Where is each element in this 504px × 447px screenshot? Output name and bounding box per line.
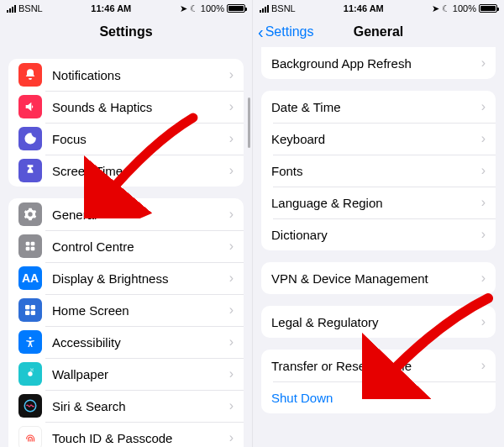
row-legal-regulatory[interactable]: Legal & Regulatory › [261, 306, 496, 338]
do-not-disturb-icon: ☾ [442, 3, 450, 14]
chevron-right-icon: › [229, 67, 234, 82]
svg-rect-7 [31, 311, 35, 315]
chevron-right-icon: › [229, 163, 234, 178]
battery-icon [227, 4, 245, 13]
row-sounds-haptics[interactable]: Sounds & Haptics › [8, 91, 244, 123]
chevron-right-icon: › [229, 131, 234, 146]
right-screenshot: BSNL 11:46 AM ➤ ☾ 100% ‹ Settings Genera… [252, 0, 504, 447]
location-icon: ➤ [432, 3, 439, 14]
battery-icon [479, 4, 497, 13]
svg-point-9 [28, 371, 32, 376]
notifications-icon [18, 63, 42, 87]
status-bar: BSNL 11:46 AM ➤ ☾ 100% [0, 0, 252, 17]
row-background-app-refresh[interactable]: Background App Refresh › [261, 47, 496, 79]
touch-id-icon [18, 426, 42, 447]
general-list[interactable]: Background App Refresh › Date & Time › K… [253, 47, 504, 447]
do-not-disturb-icon: ☾ [190, 3, 198, 14]
back-button[interactable]: ‹ Settings [258, 17, 313, 47]
signal-icon [7, 5, 16, 13]
status-bar: BSNL 11:46 AM ➤ ☾ 100% [253, 0, 504, 17]
scroll-indicator[interactable] [248, 97, 250, 148]
row-accessibility[interactable]: Accessibility › [8, 326, 244, 358]
chevron-right-icon: › [481, 163, 486, 178]
row-vpn-device-management[interactable]: VPN & Device Management › [261, 262, 496, 294]
chevron-right-icon: › [481, 314, 486, 329]
chevron-right-icon: › [481, 195, 486, 210]
svg-point-8 [29, 337, 32, 339]
chevron-right-icon: › [229, 398, 234, 413]
row-date-time[interactable]: Date & Time › [261, 91, 496, 123]
chevron-right-icon: › [229, 207, 234, 222]
chevron-right-icon: › [481, 131, 486, 146]
row-notifications[interactable]: Notifications › [8, 59, 244, 91]
chevron-right-icon: › [229, 302, 234, 318]
control-centre-icon [18, 234, 42, 258]
row-transfer-reset-iphone[interactable]: Transfer or Reset iPhone › [261, 350, 496, 381]
chevron-right-icon: › [229, 430, 234, 445]
svg-rect-2 [26, 247, 30, 251]
svg-rect-0 [26, 242, 30, 246]
nav-bar: ‹ Settings General [253, 17, 504, 47]
chevron-right-icon: › [229, 334, 234, 350]
svg-rect-3 [31, 247, 35, 251]
siri-icon [18, 394, 42, 418]
sounds-icon [18, 95, 42, 118]
row-screen-time[interactable]: Screen Time › [8, 155, 244, 187]
screen-time-icon [18, 159, 42, 182]
row-wallpaper[interactable]: Wallpaper › [8, 358, 244, 390]
row-keyboard[interactable]: Keyboard › [261, 123, 496, 155]
carrier-label: BSNL [18, 3, 43, 13]
accessibility-icon [18, 330, 42, 354]
chevron-right-icon: › [229, 99, 234, 114]
focus-icon [18, 127, 42, 150]
row-language-region[interactable]: Language & Region › [261, 187, 496, 218]
svg-rect-6 [25, 311, 29, 315]
svg-rect-5 [31, 305, 35, 309]
chevron-right-icon: › [481, 227, 486, 242]
row-shut-down[interactable]: Shut Down [261, 381, 496, 413]
chevron-right-icon: › [481, 99, 486, 114]
clock: 11:46 AM [344, 3, 384, 13]
location-icon: ➤ [180, 3, 187, 14]
display-icon: AA [18, 266, 42, 290]
carrier-label: BSNL [271, 3, 296, 13]
chevron-right-icon: › [481, 55, 486, 71]
chevron-right-icon: › [229, 366, 234, 381]
chevron-left-icon: ‹ [258, 24, 264, 40]
page-title: Settings [99, 24, 152, 39]
row-siri-search[interactable]: Siri & Search › [8, 390, 244, 422]
row-display-brightness[interactable]: AA Display & Brightness › [8, 262, 244, 294]
row-focus[interactable]: Focus › [8, 123, 244, 155]
row-general[interactable]: General › [8, 198, 244, 230]
chevron-right-icon: › [229, 271, 234, 286]
chevron-right-icon: › [481, 358, 486, 373]
chevron-right-icon: › [481, 271, 486, 286]
clock: 11:46 AM [91, 3, 131, 13]
battery-pct: 100% [201, 3, 224, 13]
wallpaper-icon [18, 362, 42, 386]
svg-rect-1 [31, 242, 35, 246]
row-control-centre[interactable]: Control Centre › [8, 230, 244, 262]
battery-pct: 100% [453, 3, 476, 13]
settings-list[interactable]: Notifications › Sounds & Haptics › Focus… [0, 47, 252, 447]
signal-icon [260, 5, 269, 13]
chevron-right-icon: › [229, 239, 234, 254]
home-screen-icon [18, 298, 42, 322]
row-fonts[interactable]: Fonts › [261, 155, 496, 187]
general-icon [18, 202, 42, 226]
page-title: General [354, 24, 404, 39]
row-touch-id-passcode[interactable]: Touch ID & Passcode › [8, 422, 244, 447]
svg-rect-4 [25, 305, 29, 309]
left-screenshot: BSNL 11:46 AM ➤ ☾ 100% Settings Notifica… [0, 0, 252, 447]
row-dictionary[interactable]: Dictionary › [261, 218, 496, 250]
row-home-screen[interactable]: Home Screen › [8, 294, 244, 326]
nav-bar: Settings [0, 17, 252, 47]
